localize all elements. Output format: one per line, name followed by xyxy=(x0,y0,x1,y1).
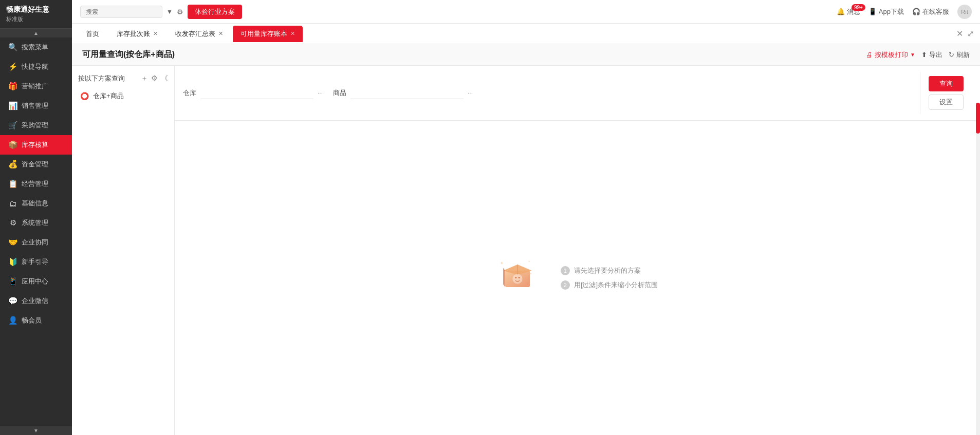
sidebar-item-member[interactable]: 👤 畅会员 xyxy=(0,311,72,330)
shortcut-icon: ⚡ xyxy=(8,62,17,71)
sidebar-label-sales: 销售管理 xyxy=(22,101,48,110)
system-icon: ⚙ xyxy=(8,218,17,228)
user-avatar[interactable]: Rit xyxy=(957,5,972,19)
sidebar-item-operations[interactable]: 📋 经营管理 xyxy=(0,174,72,194)
topbar-right: 🔔 消息 99+ 📱 App下载 🎧 在线客服 Rit xyxy=(837,5,972,19)
finance-icon: 💰 xyxy=(8,160,17,169)
filter-collapse-btn[interactable]: 《 xyxy=(161,74,168,83)
filter-settings-btn[interactable]: ⚙ xyxy=(151,74,158,83)
headset-icon: 🎧 xyxy=(912,8,920,15)
filter-item-icon: ⭕ xyxy=(80,92,89,100)
online-service-btn[interactable]: 🎧 在线客服 xyxy=(912,7,949,16)
warehouse-more-btn[interactable]: ··· xyxy=(318,89,323,97)
product-input[interactable] xyxy=(350,87,464,99)
filter-panel: 按以下方案查询 ＋ ⚙ 《 ⭕ 仓库+商品 xyxy=(72,66,175,435)
tab-summary-close[interactable]: ✕ xyxy=(218,30,223,37)
right-scrollbar[interactable] xyxy=(976,103,980,435)
query-panel: 仓库 ··· 商品 ··· 查询 设置 xyxy=(175,66,980,435)
sidebar-item-base[interactable]: 🗂 基础信息 xyxy=(0,194,72,213)
tab-batch-close[interactable]: ✕ xyxy=(153,30,158,37)
sidebar-scroll-down[interactable]: ▼ xyxy=(0,426,72,435)
tab-close-all-icon[interactable]: ✕ xyxy=(956,29,963,39)
query-btn-area: 查询 设置 xyxy=(920,72,972,114)
sidebar-label-guide: 新手引导 xyxy=(22,257,48,267)
app-download-label: App下载 xyxy=(879,7,904,16)
sidebar-item-guide[interactable]: 🔰 新手引导 xyxy=(0,252,72,272)
print-btn[interactable]: 🖨 按模板打印 ▼ xyxy=(866,50,915,60)
print-icon: 🖨 xyxy=(866,51,873,59)
app-download-btn[interactable]: 📱 App下载 xyxy=(868,7,904,16)
filter-item-warehouse-product[interactable]: ⭕ 仓库+商品 xyxy=(72,87,174,105)
scrollbar-thumb[interactable] xyxy=(976,103,980,134)
tip-text-2: 用[过滤]条件来缩小分析范围 xyxy=(574,280,658,290)
sidebar-label-inventory: 库存核算 xyxy=(22,140,48,149)
print-label: 按模板打印 xyxy=(875,50,908,60)
tab-batch-label: 库存批次账 xyxy=(117,29,150,39)
sidebar-item-finance[interactable]: 💰 资金管理 xyxy=(0,155,72,174)
sidebar-item-purchase[interactable]: 🛒 采购管理 xyxy=(0,116,72,135)
base-icon: 🗂 xyxy=(8,199,17,208)
tab-home[interactable]: 首页 xyxy=(78,26,107,42)
operations-icon: 📋 xyxy=(8,179,17,188)
query-btn[interactable]: 查询 xyxy=(929,76,964,91)
svg-text:✦: ✦ xyxy=(530,273,532,275)
notification-badge: 99+ xyxy=(852,4,865,11)
notification-btn[interactable]: 🔔 消息 99+ xyxy=(837,7,860,16)
svg-point-6 xyxy=(518,277,520,278)
tab-batch[interactable]: 库存批次账 ✕ xyxy=(109,26,165,42)
svg-marker-2 xyxy=(503,268,505,287)
tab-expand-icon[interactable]: ⤢ xyxy=(967,29,974,39)
bell-icon: 🔔 xyxy=(837,8,845,15)
collab-icon: 🤝 xyxy=(8,238,17,247)
tab-available[interactable]: 可用量库存账本 ✕ xyxy=(233,26,303,42)
export-btn[interactable]: ⬆ 导出 xyxy=(921,50,942,60)
content-area: 按以下方案查询 ＋ ⚙ 《 ⭕ 仓库+商品 仓库 ··· xyxy=(72,66,980,435)
sidebar: 畅康通好生意 标准版 ▲ 🔍 搜索菜单 ⚡ 快捷导航 🎁 营销推广 📊 销售管理… xyxy=(0,0,72,435)
page-title: 可用量查询(按仓库+商品) xyxy=(82,49,175,60)
user-name: Rit xyxy=(961,9,968,15)
main-content: ▼ ⚙ 体验行业方案 🔔 消息 99+ 📱 App下载 🎧 在线客服 Rit xyxy=(72,0,980,435)
sidebar-item-inventory[interactable]: 📦 库存核算 xyxy=(0,135,72,155)
refresh-btn[interactable]: ↻ 刷新 xyxy=(949,50,970,60)
tab-summary[interactable]: 收发存汇总表 ✕ xyxy=(168,26,231,42)
topbar-gear-icon[interactable]: ⚙ xyxy=(177,8,183,16)
filter-add-btn[interactable]: ＋ xyxy=(141,74,148,83)
svg-text:✦: ✦ xyxy=(500,261,504,266)
sidebar-item-system[interactable]: ⚙ 系统管理 xyxy=(0,213,72,233)
tab-available-close[interactable]: ✕ xyxy=(290,30,295,37)
sidebar-item-shortcut[interactable]: ⚡ 快捷导航 xyxy=(0,57,72,77)
svg-point-5 xyxy=(515,277,516,278)
sidebar-label-member: 畅会员 xyxy=(22,316,42,325)
print-dropdown-icon: ▼ xyxy=(910,52,915,58)
sidebar-item-appcenter[interactable]: 📱 应用中心 xyxy=(0,272,72,291)
topbar-dropdown-icon[interactable]: ▼ xyxy=(167,8,173,15)
tip-num-2: 2 xyxy=(561,280,570,290)
wechat-icon: 💬 xyxy=(8,296,17,306)
settings-btn[interactable]: 设置 xyxy=(929,94,964,110)
empty-illustration: ✦ ✦ ✦ xyxy=(497,252,548,304)
sidebar-label-wechat: 企业微信 xyxy=(22,296,48,306)
page-actions: 🖨 按模板打印 ▼ ⬆ 导出 ↻ 刷新 xyxy=(866,50,970,60)
export-label: 导出 xyxy=(929,50,942,60)
tab-home-label: 首页 xyxy=(86,29,99,39)
product-label: 商品 xyxy=(333,88,346,98)
filter-item-label: 仓库+商品 xyxy=(93,91,124,101)
guide-icon: 🔰 xyxy=(8,257,17,267)
inventory-icon: 📦 xyxy=(8,140,17,149)
sidebar-item-wechat[interactable]: 💬 企业微信 xyxy=(0,291,72,311)
member-icon: 👤 xyxy=(8,316,17,325)
industry-btn[interactable]: 体验行业方案 xyxy=(188,5,242,19)
sidebar-item-collab[interactable]: 🤝 企业协同 xyxy=(0,233,72,252)
topbar-search-input[interactable] xyxy=(80,6,162,18)
sidebar-item-search[interactable]: 🔍 搜索菜单 xyxy=(0,37,72,57)
marketing-icon: 🎁 xyxy=(8,82,17,91)
sidebar-item-sales[interactable]: 📊 销售管理 xyxy=(0,96,72,116)
sales-icon: 📊 xyxy=(8,101,17,110)
warehouse-input[interactable] xyxy=(200,87,313,99)
page-header: 可用量查询(按仓库+商品) 🖨 按模板打印 ▼ ⬆ 导出 ↻ 刷新 xyxy=(72,44,980,66)
topbar: ▼ ⚙ 体验行业方案 🔔 消息 99+ 📱 App下载 🎧 在线客服 Rit xyxy=(72,0,980,24)
product-more-btn[interactable]: ··· xyxy=(468,89,473,97)
sidebar-item-marketing[interactable]: 🎁 营销推广 xyxy=(0,77,72,96)
sidebar-scroll-up[interactable]: ▲ xyxy=(0,29,72,37)
sidebar-label-shortcut: 快捷导航 xyxy=(22,62,48,71)
